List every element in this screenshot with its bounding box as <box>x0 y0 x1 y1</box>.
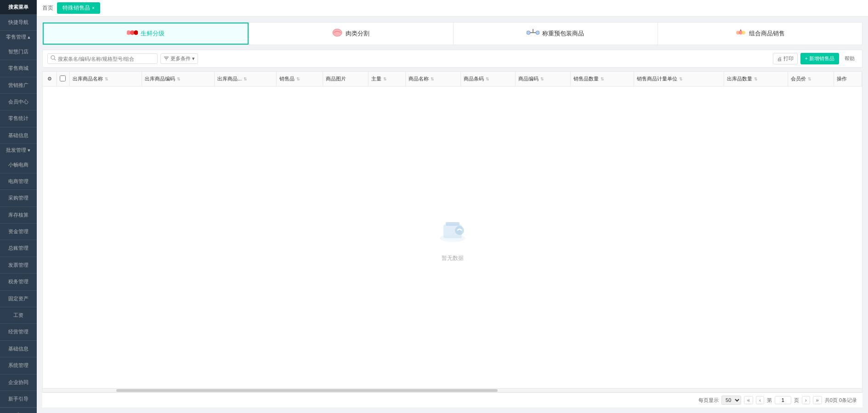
last-page-button[interactable]: » <box>813 396 822 404</box>
tab-combo-sales[interactable]: 组合商品销售 <box>658 23 862 45</box>
sidebar-item-ecom-mgmt[interactable]: 电商管理 <box>0 173 37 190</box>
sort-icon: ⇅ <box>754 77 758 81</box>
combo-sales-icon <box>735 28 746 39</box>
data-table: ⚙ 出库商品名称 ⇅ 出库商 <box>43 72 862 86</box>
sort-icon: ⇅ <box>808 77 811 81</box>
sidebar-item-new-guide[interactable]: 新手引导 <box>0 391 37 407</box>
retail-mgmt-arrow-icon: ▲ <box>27 34 31 40</box>
pagination: 每页显示 50 « ‹ 第 页 › » 共0页 0条记录 <box>42 392 862 407</box>
th-gear[interactable]: ⚙ <box>43 72 57 86</box>
fresh-grade-label: 生鲜分级 <box>141 29 165 38</box>
sidebar-item-invoice-mgmt[interactable]: 发票管理 <box>0 257 37 274</box>
sidebar-item-payroll[interactable]: 工资 <box>0 307 37 324</box>
tab-fresh-grade[interactable]: 生鲜分级 <box>43 23 249 45</box>
sidebar-item-biz-mgmt[interactable]: 经营管理 <box>0 324 37 340</box>
th-sales-item[interactable]: 销售品 ⇅ <box>277 72 323 86</box>
sort-icon: ⇅ <box>431 77 434 81</box>
filter-arrow-icon: ▾ <box>192 56 195 62</box>
sidebar-item-quick-nav[interactable]: 快捷导航 <box>0 14 37 31</box>
sidebar-item-mini-ecom[interactable]: 小畅电商 <box>0 157 37 173</box>
th-checkbox[interactable] <box>57 72 69 86</box>
svg-point-6 <box>527 31 530 34</box>
first-page-button[interactable]: « <box>744 396 753 404</box>
topbar: 首页 特殊销售品 × <box>37 0 868 17</box>
filter-button[interactable]: 更多条件 ▾ <box>160 53 198 64</box>
category-tabs: 生鲜分级 肉类分割 <box>42 22 862 45</box>
th-member-price[interactable]: 会员价 ⇅ <box>788 72 834 86</box>
th-main-weight[interactable]: 主量 ⇅ <box>368 72 405 86</box>
table-container: ⚙ 出库商品名称 ⇅ 出库商 <box>42 71 862 392</box>
sidebar-item-retail-mall[interactable]: 零售商城 <box>0 60 37 77</box>
print-button[interactable]: 🖨 打印 <box>773 53 798 64</box>
sidebar-item-member-center[interactable]: 会员中心 <box>0 94 37 110</box>
th-sales-unit[interactable]: 销售商品计量单位 ⇅ <box>634 72 724 86</box>
sidebar-item-finance[interactable]: 资金管理 <box>0 224 37 240</box>
toolbar-left: 更多条件 ▾ <box>47 53 198 64</box>
sidebar-logo[interactable]: 搜索菜单 <box>0 0 37 14</box>
th-out-qty[interactable]: 出库品数量 ⇅ <box>724 72 788 86</box>
th-out-product-more[interactable]: 出库商品... ⇅ <box>214 72 276 86</box>
close-tab-icon[interactable]: × <box>92 6 95 11</box>
sidebar-item-smart-store[interactable]: 智慧门店 <box>0 44 37 60</box>
sidebar-item-retail-stats[interactable]: 零售统计 <box>0 110 37 127</box>
sidebar-settings[interactable]: ⚙ <box>0 407 37 413</box>
filter-label: 更多条件 <box>170 55 191 62</box>
sidebar-item-sys-mgmt[interactable]: 系统管理 <box>0 357 37 374</box>
active-tab-label: 特殊销售品 <box>62 4 90 12</box>
tab-weigh-pack[interactable]: 称重预包装商品 <box>454 23 658 45</box>
sort-icon: ⇅ <box>601 77 604 81</box>
sort-icon: ⇅ <box>486 77 489 81</box>
sidebar-item-purchase-mgmt[interactable]: 采购管理 <box>0 190 37 206</box>
svg-point-2 <box>134 30 138 35</box>
th-product-barcode[interactable]: 商品条码 ⇅ <box>460 72 516 86</box>
th-sales-qty[interactable]: 销售品数量 ⇅ <box>570 72 634 86</box>
search-box[interactable] <box>47 53 158 64</box>
sidebar-item-inventory[interactable]: 库存核算 <box>0 207 37 224</box>
sidebar-item-tax-mgmt[interactable]: 税务管理 <box>0 274 37 290</box>
empty-text: 暂无数据 <box>442 254 464 262</box>
home-breadcrumb[interactable]: 首页 <box>42 4 53 12</box>
gear-icon: ⚙ <box>47 76 52 81</box>
tab-meat-cut[interactable]: 肉类分割 <box>249 23 453 45</box>
page-size-label: 每页显示 <box>698 397 719 404</box>
empty-state: 暂无数据 <box>43 86 862 388</box>
meat-cut-icon <box>332 28 343 39</box>
th-out-product-code[interactable]: 出库商品编码 ⇅ <box>142 72 215 86</box>
sort-icon: ⇅ <box>105 77 108 81</box>
search-icon <box>51 55 56 62</box>
sidebar-item-basic-info[interactable]: 基础信息 <box>0 127 37 144</box>
select-all-checkbox[interactable] <box>60 75 66 81</box>
prev-page-button[interactable]: ‹ <box>756 396 764 404</box>
next-page-button[interactable]: › <box>802 396 810 404</box>
page-content: 生鲜分级 肉类分割 <box>37 17 868 413</box>
sidebar-item-sales-promo[interactable]: 营销推广 <box>0 77 37 94</box>
total-label: 共0页 0条记录 <box>825 397 857 404</box>
help-button[interactable]: 帮助 <box>842 54 857 63</box>
sidebar-item-fixed-assets[interactable]: 固定资产 <box>0 291 37 307</box>
page-size-select[interactable]: 50 <box>721 396 741 405</box>
sidebar-item-general-ledger[interactable]: 总账管理 <box>0 240 37 257</box>
search-input[interactable] <box>58 56 154 62</box>
th-product-code[interactable]: 商品编码 ⇅ <box>516 72 571 86</box>
sidebar-item-wholesale-mgmt[interactable]: 批发管理 ▼ <box>0 144 37 156</box>
th-actions: 操作 <box>834 72 862 86</box>
horizontal-scrollbar[interactable] <box>43 388 862 392</box>
th-product-image: 商品图片 <box>323 72 368 86</box>
weigh-pack-icon <box>527 28 539 39</box>
add-sales-button[interactable]: + 新增销售品 <box>800 53 839 64</box>
active-tab[interactable]: 特殊销售品 × <box>57 2 100 14</box>
th-out-product-name[interactable]: 出库商品名称 ⇅ <box>69 72 142 86</box>
sidebar-item-company-pact[interactable]: 企业协同 <box>0 374 37 391</box>
combo-sales-label: 组合商品销售 <box>749 29 785 38</box>
wholesale-mgmt-arrow-icon: ▼ <box>27 148 31 154</box>
page-label: 第 <box>767 397 772 404</box>
th-product-name[interactable]: 商品名称 ⇅ <box>406 72 461 86</box>
scrollbar-thumb[interactable] <box>116 389 498 392</box>
page-unit: 页 <box>794 397 799 404</box>
svg-point-20 <box>458 229 459 230</box>
sidebar-item-retail-mgmt[interactable]: 零售管理 ▲ <box>0 31 37 43</box>
sort-icon: ⇅ <box>540 77 544 81</box>
sidebar-item-basic-info2[interactable]: 基础信息 <box>0 341 37 357</box>
weigh-pack-label: 称重预包装商品 <box>542 29 584 38</box>
page-input[interactable] <box>775 396 791 404</box>
